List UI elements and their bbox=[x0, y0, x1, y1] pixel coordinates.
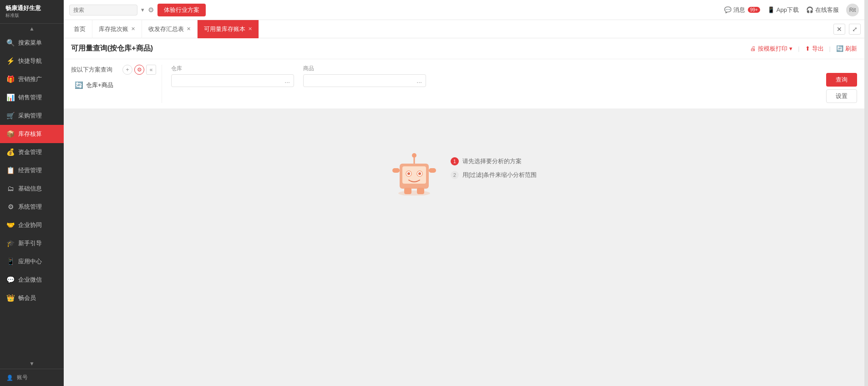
sidebar-item-system[interactable]: ⚙ 系统管理 bbox=[0, 198, 64, 216]
sidebar-item-enterprise[interactable]: 🤝 企业协同 bbox=[0, 216, 64, 234]
tab-batch[interactable]: 库存批次账 ✕ bbox=[92, 20, 142, 38]
sidebar-item-member[interactable]: 👑 畅会员 bbox=[0, 289, 64, 307]
purchase-icon: 🛒 bbox=[6, 112, 15, 120]
dropdown-arrow-icon[interactable]: ▾ bbox=[141, 6, 144, 13]
sidebar-scroll-down[interactable]: ▼ bbox=[0, 359, 64, 369]
sidebar-item-label: 经营管理 bbox=[18, 166, 42, 175]
tab-available[interactable]: 可用量库存账本 ✕ bbox=[198, 20, 259, 38]
sidebar-item-label: 新手引导 bbox=[18, 239, 42, 247]
user-avatar[interactable]: Rit bbox=[846, 4, 859, 16]
filter-field-product: 商品 ... bbox=[303, 65, 426, 87]
sidebar-item-label: 企业协同 bbox=[18, 221, 42, 229]
avatar-text: Rit bbox=[849, 7, 856, 13]
sidebar-item-basic[interactable]: 🗂 基础信息 bbox=[0, 180, 64, 198]
online-service-action[interactable]: 🎧 在线客服 bbox=[806, 6, 839, 14]
sidebar-item-wechat[interactable]: 💬 企业微信 bbox=[0, 271, 64, 289]
sidebar-item-newbie[interactable]: 🎓 新手引导 bbox=[0, 234, 64, 252]
sidebar-item-finance[interactable]: 💰 资金管理 bbox=[0, 143, 64, 161]
product-more-icon[interactable]: ... bbox=[416, 77, 422, 84]
basic-icon: 🗂 bbox=[6, 185, 15, 192]
product-field-label: 商品 bbox=[303, 65, 426, 72]
sales-icon: 📊 bbox=[6, 93, 15, 102]
sidebar-scroll-up[interactable]: ▲ bbox=[0, 24, 64, 34]
apps-icon: 📱 bbox=[6, 257, 15, 266]
gear-icon[interactable]: ⚙ bbox=[148, 6, 154, 14]
tab-batch-label: 库存批次账 bbox=[99, 25, 128, 33]
tab-home[interactable]: 首页 bbox=[67, 20, 92, 38]
operation-icon: 📋 bbox=[6, 166, 15, 175]
export-icon: ⬆ bbox=[805, 45, 810, 52]
tab-available-close[interactable]: ✕ bbox=[248, 26, 252, 32]
finance-icon: 💰 bbox=[6, 148, 15, 156]
phone-icon: 📱 bbox=[767, 6, 775, 13]
empty-state: 1 请先选择要分析的方案 2 用[过滤]条件来缩小分析范围 bbox=[64, 109, 864, 209]
warehouse-input[interactable]: ... bbox=[171, 74, 294, 87]
scheme-collapse-button[interactable]: « bbox=[146, 65, 156, 75]
query-btn-area: 查询 设置 bbox=[826, 65, 857, 103]
sidebar-item-sales[interactable]: 📊 销售管理 bbox=[0, 88, 64, 107]
svg-rect-2 bbox=[402, 166, 426, 184]
print-dropdown-icon: ▾ bbox=[789, 45, 792, 52]
inventory-icon: 📦 bbox=[6, 130, 15, 138]
system-icon: ⚙ bbox=[6, 203, 15, 211]
svg-rect-9 bbox=[392, 168, 400, 173]
app-download-action[interactable]: 📱 App下载 bbox=[767, 6, 799, 14]
scheme-item-label: 仓库+商品 bbox=[86, 81, 113, 89]
filter-area: 按以下方案查询 + ⚙ « 🔄 仓库+商品 仓库 bbox=[64, 59, 864, 109]
empty-hint-1: 1 请先选择要分析的方案 bbox=[451, 157, 537, 165]
page-content: 可用量查询(按仓库+商品) 🖨 按模板打印 ▾ | ⬆ 导出 | 🔄 刷新 bbox=[64, 38, 864, 386]
hint-num-1: 1 bbox=[451, 157, 459, 165]
sidebar-item-operation[interactable]: 📋 经营管理 bbox=[0, 161, 64, 180]
trial-button[interactable]: 体验行业方案 bbox=[157, 4, 206, 16]
warehouse-more-icon[interactable]: ... bbox=[284, 77, 290, 84]
message-action[interactable]: 💬 消息 99+ bbox=[724, 6, 760, 14]
sidebar-item-label: 营销推广 bbox=[18, 75, 42, 83]
tab-batch-close[interactable]: ✕ bbox=[131, 26, 135, 32]
sidebar-item-label: 畅会员 bbox=[18, 294, 36, 302]
svg-rect-10 bbox=[429, 168, 436, 173]
tab-summary[interactable]: 收发存汇总表 ✕ bbox=[142, 20, 198, 38]
sidebar-item-purchase[interactable]: 🛒 采购管理 bbox=[0, 107, 64, 125]
scheme-settings-button[interactable]: ⚙ bbox=[134, 65, 144, 75]
app-tag: 标准版 bbox=[5, 12, 58, 19]
settings-button[interactable]: 设置 bbox=[826, 89, 857, 103]
product-input[interactable]: ... bbox=[303, 74, 426, 87]
scheme-panel: 按以下方案查询 + ⚙ « 🔄 仓库+商品 bbox=[71, 65, 162, 103]
scheme-item-warehouse-product[interactable]: 🔄 仓库+商品 bbox=[71, 78, 156, 92]
sidebar-item-search[interactable]: 🔍 搜索菜单 bbox=[0, 34, 64, 52]
svg-point-8 bbox=[412, 153, 416, 158]
message-icon: 💬 bbox=[724, 6, 731, 13]
empty-svg bbox=[391, 145, 437, 196]
sidebar-item-marketing[interactable]: 🎁 营销推广 bbox=[0, 70, 64, 88]
empty-hint-2: 2 用[过滤]条件来缩小分析范围 bbox=[451, 171, 537, 179]
tab-home-label: 首页 bbox=[74, 25, 86, 33]
scheme-icons: + ⚙ « bbox=[122, 65, 156, 75]
tab-close-global: ✕ ⤢ bbox=[833, 24, 861, 35]
sidebar-item-apps[interactable]: 📱 应用中心 bbox=[0, 252, 64, 271]
sidebar-item-label: 基础信息 bbox=[18, 185, 42, 193]
sidebar-nav: 🔍 搜索菜单 ⚡ 快捷导航 🎁 营销推广 📊 销售管理 🛒 采购管理 📦 库存核… bbox=[0, 34, 64, 359]
scheme-header-text: 按以下方案查询 bbox=[71, 66, 112, 74]
tab-expand-button[interactable]: ⤢ bbox=[849, 24, 861, 35]
sidebar-item-inventory[interactable]: 📦 库存核算 bbox=[0, 125, 64, 143]
sidebar-item-label: 采购管理 bbox=[18, 112, 42, 120]
marketing-icon: 🎁 bbox=[6, 75, 15, 83]
export-label: 导出 bbox=[812, 45, 824, 53]
app-name: 畅康通好生意 bbox=[5, 5, 58, 12]
sidebar: 畅康通好生意 标准版 ▲ 🔍 搜索菜单 ⚡ 快捷导航 🎁 营销推广 📊 销售管理… bbox=[0, 0, 64, 386]
scheme-add-button[interactable]: + bbox=[122, 65, 132, 75]
export-button[interactable]: ⬆ 导出 bbox=[805, 45, 824, 53]
divider1: | bbox=[798, 45, 799, 52]
sidebar-item-shortcut[interactable]: ⚡ 快捷导航 bbox=[0, 52, 64, 70]
print-template-button[interactable]: 🖨 按模板打印 ▾ bbox=[750, 45, 792, 53]
tab-close-all-button[interactable]: ✕ bbox=[833, 24, 845, 35]
sidebar-item-label: 资金管理 bbox=[18, 148, 42, 156]
empty-state-content: 1 请先选择要分析的方案 2 用[过滤]条件来缩小分析范围 bbox=[391, 145, 537, 191]
tab-summary-close[interactable]: ✕ bbox=[187, 26, 191, 32]
sidebar-item-label: 应用中心 bbox=[18, 257, 42, 266]
refresh-button[interactable]: 🔄 刷新 bbox=[836, 45, 857, 53]
search-input[interactable] bbox=[69, 5, 137, 15]
divider2: | bbox=[829, 45, 831, 52]
query-button[interactable]: 查询 bbox=[826, 73, 857, 87]
scheme-item-icon: 🔄 bbox=[75, 81, 83, 89]
